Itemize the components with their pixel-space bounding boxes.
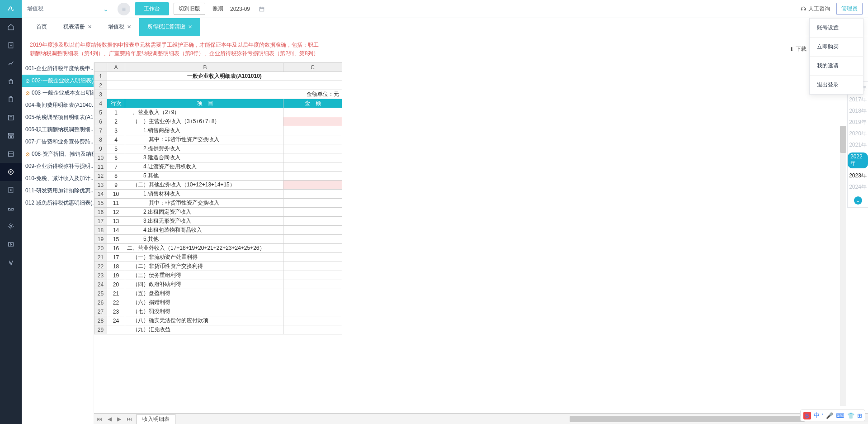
close-icon[interactable]: ✕: [88, 24, 92, 30]
row-header[interactable]: 12: [94, 172, 107, 181]
nav-doc-icon[interactable]: [0, 36, 22, 54]
cell-item[interactable]: 3.出租无形资产收入: [125, 217, 283, 226]
cell-item[interactable]: 5.其他: [125, 235, 283, 244]
close-icon[interactable]: ✕: [188, 24, 192, 30]
cell-amount[interactable]: [283, 280, 342, 289]
cell-item[interactable]: （六）捐赠利得: [125, 298, 283, 307]
year-option[interactable]: 2021年: [849, 141, 867, 149]
cell-amount[interactable]: [283, 217, 342, 226]
cell-rownum[interactable]: 19: [107, 271, 125, 280]
row-header[interactable]: 15: [94, 199, 107, 208]
nav-template-icon[interactable]: [0, 127, 22, 145]
nav-export-icon[interactable]: [0, 181, 22, 199]
calendar-icon[interactable]: [259, 6, 265, 12]
cell-rownum[interactable]: 3: [107, 126, 125, 135]
row-header[interactable]: 27: [94, 307, 107, 316]
cell-amount[interactable]: [283, 190, 342, 199]
cell-rownum[interactable]: 8: [107, 172, 125, 181]
row-header[interactable]: 20: [94, 244, 107, 253]
tree-item[interactable]: ⊘002-一般企业收入明细表(A1...: [22, 75, 94, 87]
cell-item[interactable]: （七）罚没利得: [125, 307, 283, 316]
col-header-C[interactable]: C: [283, 63, 342, 72]
workspace-button[interactable]: 工作台: [135, 2, 169, 15]
row-header[interactable]: 16: [94, 208, 107, 217]
cell-amount[interactable]: [283, 153, 342, 162]
cell-amount[interactable]: [283, 144, 342, 153]
nav-inbox-icon[interactable]: [0, 199, 22, 217]
year-option[interactable]: 2024年: [849, 183, 867, 191]
tree-item[interactable]: 011-研发费用加计扣除优惠...: [22, 185, 94, 197]
nav-bag-icon[interactable]: [0, 72, 22, 91]
row-header[interactable]: 23: [94, 271, 107, 280]
cell-rownum[interactable]: 11: [107, 199, 125, 208]
tree-item[interactable]: ⊘008-资产折旧、摊销及纳税...: [22, 148, 94, 160]
cell-item[interactable]: 其中：非货币性资产交换收入: [125, 199, 283, 208]
row-header[interactable]: 19: [94, 235, 107, 244]
nav-vip-icon[interactable]: [0, 253, 22, 272]
nav-chart-icon[interactable]: [0, 54, 22, 72]
cell-amount[interactable]: [283, 235, 342, 244]
cell-amount[interactable]: [283, 135, 342, 144]
sheet-nav-prev[interactable]: ◀: [105, 416, 114, 422]
tab-所得税汇算清缴[interactable]: 所得税汇算清缴✕: [139, 18, 200, 36]
row-header[interactable]: 18: [94, 226, 107, 235]
period-value[interactable]: 2023-09: [228, 5, 252, 14]
cell-item[interactable]: 一、营业收入（2+9）: [125, 108, 283, 117]
tree-item[interactable]: ⊘003-一般企业成本支出明细...: [22, 87, 94, 99]
col-header-B[interactable]: B: [125, 63, 283, 72]
cell-item[interactable]: 其中：非货币性资产交换收入: [125, 135, 283, 144]
sheet-tab[interactable]: 收入明细表: [137, 414, 175, 424]
col-header-A[interactable]: A: [107, 63, 125, 72]
cell-rownum[interactable]: 14: [107, 226, 125, 235]
admin-button[interactable]: 管理员: [836, 3, 863, 15]
user-menu-item[interactable]: 退出登录: [810, 76, 863, 94]
tree-item[interactable]: 009-企业所得税弥补亏损明...: [22, 160, 94, 172]
row-header[interactable]: 9: [94, 144, 107, 153]
nav-video-icon[interactable]: [0, 235, 22, 253]
cell-item[interactable]: （四）政府补助利得: [125, 280, 283, 289]
ime-mic-icon[interactable]: 🎤: [826, 412, 833, 419]
tree-item[interactable]: 007-广告费和业务宣传费跨...: [22, 136, 94, 148]
row-header[interactable]: 8: [94, 135, 107, 144]
cell-item[interactable]: （二）其他业务收入（10+12+13+14+15）: [125, 181, 283, 190]
cell-item[interactable]: 2.提供劳务收入: [125, 144, 283, 153]
cell-amount[interactable]: [283, 108, 342, 117]
cell-item[interactable]: 3.建造合同收入: [125, 153, 283, 162]
year-option[interactable]: 2020年: [849, 130, 867, 138]
year-option[interactable]: 2023年: [849, 172, 867, 180]
cell-amount[interactable]: [283, 181, 342, 190]
cell-rownum[interactable]: 21: [107, 289, 125, 298]
row-header[interactable]: 13: [94, 181, 107, 190]
row-header[interactable]: 7: [94, 126, 107, 135]
consult-button[interactable]: 人工咨询: [800, 5, 830, 13]
cell-amount[interactable]: [283, 325, 342, 334]
cell-item[interactable]: （一）非流动资产处置利得: [125, 253, 283, 262]
cell-rownum[interactable]: 2: [107, 117, 125, 126]
ime-keyboard-icon[interactable]: ⌨: [836, 412, 844, 419]
vertical-scrollbar[interactable]: [840, 126, 846, 406]
cell-rownum[interactable]: 4: [107, 135, 125, 144]
ime-punct-icon[interactable]: ': [822, 412, 823, 419]
user-menu-item[interactable]: 我的邀请: [810, 57, 863, 76]
close-icon[interactable]: ✕: [127, 24, 131, 30]
ime-skin-icon[interactable]: 👕: [847, 412, 854, 419]
ime-tray[interactable]: S 中 ' 🎤 ⌨ 👕 ⊞: [800, 410, 865, 421]
cell-amount[interactable]: [283, 244, 342, 253]
sheet-nav-first[interactable]: ⏮: [94, 416, 105, 422]
cell-rownum[interactable]: 24: [107, 316, 125, 325]
cell-item[interactable]: 4.出租包装物和商品收入: [125, 226, 283, 235]
sheet-nav-last[interactable]: ⏭: [124, 416, 135, 422]
cell-amount[interactable]: [283, 117, 342, 126]
tab-增值税[interactable]: 增值税✕: [100, 18, 139, 36]
cell-item[interactable]: （一）主营业务收入（3+5+6+7+8）: [125, 117, 283, 126]
cell-rownum[interactable]: 18: [107, 262, 125, 271]
cell-amount[interactable]: [283, 307, 342, 316]
cell-amount[interactable]: [283, 199, 342, 208]
cell-rownum[interactable]: 9: [107, 181, 125, 190]
cell-item[interactable]: 2.出租固定资产收入: [125, 208, 283, 217]
cell-item[interactable]: 4.让渡资产使用权收入: [125, 162, 283, 172]
spreadsheet[interactable]: A B C 1一般企业收入明细表(A101010) 2 3金额单位：元 4 行次…: [94, 62, 342, 334]
cell-rownum[interactable]: 20: [107, 280, 125, 289]
cell-rownum[interactable]: 5: [107, 144, 125, 153]
cell-amount[interactable]: [283, 253, 342, 262]
